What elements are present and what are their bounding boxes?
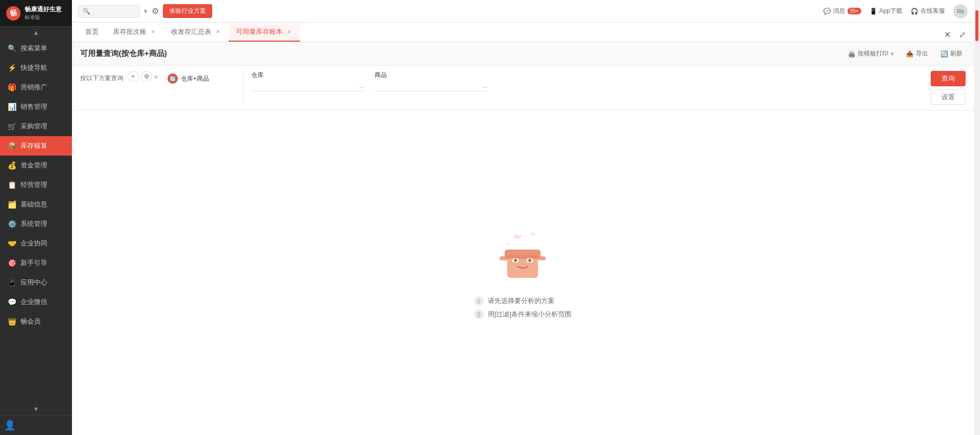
sidebar-item-label: 搜索菜单 [21, 44, 47, 53]
sidebar-item-label: 应用中心 [21, 278, 47, 287]
warehouse-input[interactable] [251, 82, 357, 89]
topbar-search-input[interactable] [93, 8, 134, 15]
tab-collection-summary-label: 收发存汇总表 [171, 27, 211, 36]
online-service-label: 在线客服 [920, 7, 945, 15]
sidebar-item-label: 营销推广 [21, 83, 47, 92]
base-info-icon: 🗂️ [7, 200, 16, 209]
logo-icon: 畅 [6, 6, 21, 21]
tab-batch-ledger[interactable]: 库存批次账 × [106, 23, 164, 42]
tab-close-window-btn[interactable]: ✕ [942, 28, 953, 42]
cooperation-icon: 🤝 [7, 239, 16, 248]
empty-illustration [492, 226, 553, 288]
scroll-up-btn[interactable]: ▲ [0, 27, 72, 39]
add-scheme-btn[interactable]: + [127, 71, 139, 82]
sidebar-item-member[interactable]: 👑 畅会员 [0, 312, 72, 331]
search-dropdown-icon[interactable]: ▾ [144, 7, 147, 15]
sidebar-item-finance[interactable]: 💰 资金管理 [0, 156, 72, 175]
sales-icon: 📊 [7, 102, 16, 111]
avatar-circle: Rit [953, 4, 968, 18]
scheme-item-warehouse-product[interactable]: 🔄 仓库+商品 [162, 71, 234, 86]
tabs-bar: 首页 库存批次账 × 收发存汇总表 × 可用量库存账本 × ✕ ⤢ [72, 23, 974, 42]
scheme-actions: + ⚙ « [127, 71, 158, 82]
svg-point-7 [514, 259, 517, 262]
tab-available-qty-close[interactable]: × [286, 28, 293, 35]
main-area: 🔍 ▾ ⚙ 体验行业方案 💬 消息 99+ 📱 App下载 🎧 在线客服 R [72, 0, 974, 435]
online-service-action[interactable]: 🎧 在线客服 [911, 7, 945, 15]
refresh-btn[interactable]: 🔄 刷新 [937, 47, 966, 60]
filter-divider [243, 71, 243, 105]
sidebar-item-newbie[interactable]: 🎯 新手引导 [0, 253, 72, 273]
industry-solution-btn[interactable]: 体验行业方案 [163, 4, 212, 18]
marketing-icon: 🎁 [7, 83, 16, 92]
sidebar-item-system[interactable]: ⚙️ 系统管理 [0, 214, 72, 234]
purchase-icon: 🛒 [7, 122, 16, 131]
sidebar-item-label: 基础信息 [21, 200, 47, 209]
scroll-down-btn[interactable]: ▼ [0, 403, 72, 415]
user-avatar[interactable]: Rit [953, 4, 968, 18]
sidebar-item-search[interactable]: 🔍 搜索菜单 [0, 39, 72, 58]
product-label: 商品 [375, 71, 488, 80]
sidebar-item-app-center[interactable]: 📱 应用中心 [0, 273, 72, 292]
sidebar-item-marketing[interactable]: 🎁 营销推广 [0, 78, 72, 97]
sidebar-item-cooperation[interactable]: 🤝 企业协同 [0, 234, 72, 253]
collapse-btn[interactable]: « [154, 72, 158, 81]
tab-home[interactable]: 首页 [78, 23, 106, 42]
print-label: 按模板打印 [858, 49, 889, 58]
right-scrollbar[interactable] [974, 0, 980, 435]
tab-collection-summary[interactable]: 收发存汇总表 × [164, 23, 229, 42]
sidebar-item-label: 采购管理 [21, 122, 47, 131]
scheme-settings-btn[interactable]: ⚙ [141, 71, 152, 82]
tab-available-qty-label: 可用量库存账本 [236, 27, 283, 36]
wechat-icon: 💬 [7, 297, 16, 307]
export-icon: 📤 [906, 50, 914, 58]
filter-field-warehouse: 仓库 ... [251, 71, 364, 91]
export-btn[interactable]: 📤 导出 [903, 47, 931, 60]
app-version: 标准版 [25, 14, 62, 21]
sidebar-item-purchase[interactable]: 🛒 采购管理 [0, 117, 72, 136]
filter-schemes: 🔄 仓库+商品 [162, 71, 234, 86]
filter-field-product: 商品 ... [375, 71, 488, 91]
sidebar-bottom-icon[interactable]: 👤 [4, 420, 15, 431]
newbie-icon: 🎯 [7, 258, 16, 268]
sidebar-item-sales[interactable]: 📊 销售管理 [0, 97, 72, 117]
filter-settings-btn[interactable]: 设置 [931, 89, 966, 105]
topbar: 🔍 ▾ ⚙ 体验行业方案 💬 消息 99+ 📱 App下载 🎧 在线客服 R [72, 0, 974, 23]
hint-num-1: 1 [474, 296, 484, 306]
tab-collection-summary-close[interactable]: × [214, 28, 221, 35]
tabs-right-actions: ✕ ⤢ [942, 28, 968, 42]
product-more-btn[interactable]: ... [483, 82, 488, 89]
sidebar-bottom: 👤 [0, 415, 72, 435]
svg-point-2 [505, 243, 509, 245]
sidebar-item-label: 销售管理 [21, 102, 47, 111]
sidebar-item-base-info[interactable]: 🗂️ 基础信息 [0, 195, 72, 214]
sidebar-item-wechat[interactable]: 💬 企业微信 [0, 292, 72, 312]
message-action[interactable]: 💬 消息 99+ [823, 7, 861, 15]
empty-text: 1 请先选择要分析的方案 2 用[过滤]条件来缩小分析范围 [474, 296, 571, 319]
sidebar-item-label: 畅会员 [21, 317, 41, 326]
sidebar-item-operations[interactable]: 📋 经营管理 [0, 175, 72, 195]
print-btn[interactable]: 🖨️ 按模板打印 ▾ [845, 47, 897, 60]
message-label: 消息 [833, 7, 845, 15]
tab-available-qty[interactable]: 可用量库存账本 × [229, 23, 300, 42]
page-actions: 🖨️ 按模板打印 ▾ 📤 导出 🔄 刷新 [845, 47, 966, 60]
product-input[interactable] [375, 82, 480, 89]
sidebar-item-inventory[interactable]: 📦 库存核算 [0, 136, 72, 156]
refresh-label: 刷新 [950, 49, 963, 58]
app-download-action[interactable]: 📱 App下载 [870, 7, 902, 15]
svg-point-1 [530, 233, 535, 236]
query-btn[interactable]: 查询 [931, 71, 966, 86]
print-dropdown-icon[interactable]: ▾ [891, 50, 894, 58]
sidebar-item-label: 企业微信 [21, 297, 47, 307]
sidebar-item-quick-nav[interactable]: ⚡ 快捷导航 [0, 58, 72, 78]
app-download-label: App下载 [879, 7, 902, 15]
tab-batch-ledger-close[interactable]: × [150, 28, 157, 35]
inventory-icon: 📦 [7, 141, 16, 150]
empty-hint-1: 1 请先选择要分析的方案 [474, 296, 571, 306]
sidebar: 畅 畅康通好生意 标准版 ▲ 🔍 搜索菜单 ⚡ 快捷导航 🎁 营销推广 📊 销售… [0, 0, 72, 435]
topbar-settings-icon[interactable]: ⚙ [152, 6, 159, 16]
filter-fields: 仓库 ... 商品 ... [251, 71, 927, 91]
warehouse-more-btn[interactable]: ... [359, 82, 364, 89]
finance-icon: 💰 [7, 161, 16, 170]
tab-expand-btn[interactable]: ⤢ [957, 28, 968, 42]
svg-rect-4 [505, 250, 541, 259]
